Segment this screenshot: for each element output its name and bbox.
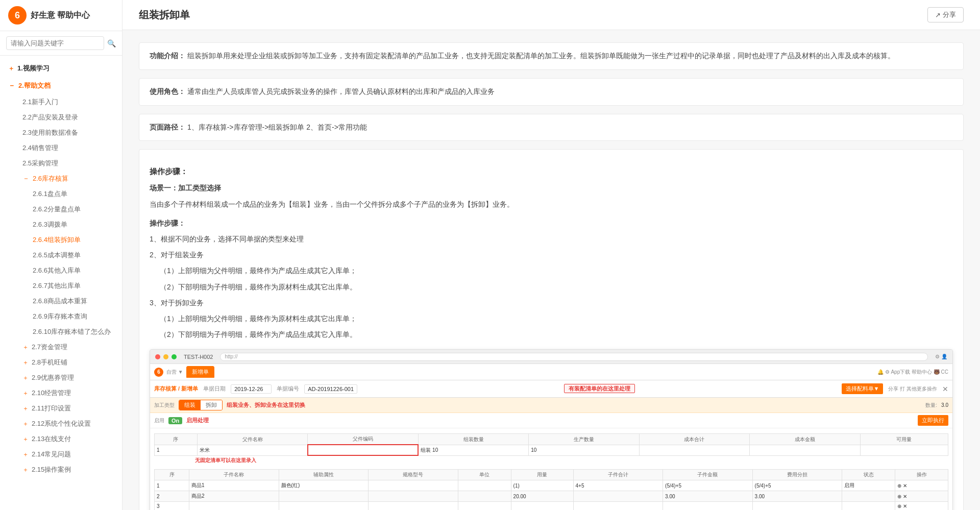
sidebar: 6 好生意 帮助中心 🔍 ＋ 1.视频学习 － 2.帮助文档 2.1新手入门 2… [0, 0, 122, 510]
nav-icons: ⚙ 👤 [935, 354, 947, 359]
doc-header: 库存核算 / 新增单 单据日期 2019-12-26 单据编号 AD-20191… [150, 380, 952, 398]
sub-col-fee: 费用分担 [752, 470, 842, 480]
sidebar-item-personalize[interactable]: ＋ 2.12系统个性化设置 [14, 416, 122, 431]
qty-label: 数量: [925, 402, 937, 409]
plus-icon2: ＋ [22, 343, 29, 352]
sidebar-item-faq[interactable]: ＋ 2.14常见问题 [14, 447, 122, 462]
url-bar: http:// [220, 353, 928, 361]
sidebar-item-otherin[interactable]: 2.6.6其他入库单 [24, 263, 122, 278]
scene1-title: 场景一：加工类型选择 [150, 182, 953, 195]
path-block: 页面路径： 1、库存核算->库存管理->组装拆卸单 2、首页->常用功能 [139, 114, 964, 141]
disassemble-tab[interactable]: 拆卸 [201, 400, 222, 410]
nav-lib: 自营 ▼ [166, 369, 183, 376]
sidebar-item-video[interactable]: ＋ 1.视频学习 [0, 60, 122, 77]
assemble-tab[interactable]: 组装 [179, 400, 201, 410]
intro-text: 功能介绍： 组装拆卸单用来处理企业组装或拆卸等加工业务，支持有固定装配清单的产品… [150, 50, 953, 62]
sidebar-item-otherout[interactable]: 2.6.7其他出库单 [24, 278, 122, 294]
sidebar-item-stockcheck[interactable]: 2.6.1盘点单 [24, 186, 122, 202]
sub-table-area: 序 子件名称 辅助属性 规格型号 单位 用量 子件合计 子件金额 费用分担 状态 [150, 469, 952, 510]
sidebar-item-dataprep[interactable]: 2.3使用前数据准备 [14, 125, 122, 140]
content-area: 功能介绍： 组装拆卸单用来处理企业组装或拆卸等加工业务，支持有固定装配清单的产品… [122, 30, 980, 510]
date-field[interactable]: 2019-12-26 [231, 384, 272, 394]
close-btn[interactable]: ✕ [942, 385, 948, 393]
sub-col-status: 状态 [842, 470, 895, 480]
sub-col-attr: 辅助属性 [279, 470, 369, 480]
screenshot-container: TEST-H002 http:// ⚙ 👤 6 自营 ▼ 新增单 🔔 ⚙ App… [150, 349, 953, 510]
nav-sub-inventory: 2.6.1盘点单 2.6.2分量盘点单 2.6.3调拨单 2.6.4组装拆卸单 … [14, 186, 122, 339]
doc-type: 库存核算 / 新增单 [154, 385, 198, 393]
sidebar-item-online[interactable]: ＋ 2.13在线支付 [14, 431, 122, 447]
search-input[interactable] [6, 36, 104, 50]
tab-inventory[interactable]: 新增单 [186, 366, 214, 378]
col-seq: 序 [155, 434, 198, 445]
on-badge[interactable]: On [168, 417, 182, 424]
sub-table: 序 子件名称 辅助属性 规格型号 单位 用量 子件合计 子件金额 费用分担 状态 [154, 469, 948, 510]
screenshot-bar: TEST-H002 http:// ⚙ 👤 [150, 350, 952, 364]
annotation2-label: 组装业务、拆卸业务在这里切换 [227, 401, 305, 409]
path-text: 页面路径： 1、库存核算->库存管理->组装拆卸单 2、首页->常用功能 [150, 122, 953, 134]
sub-col-name: 子件名称 [189, 470, 279, 480]
minimize-dot [163, 354, 168, 359]
plus-icon: ＋ [8, 64, 14, 73]
parent-code-field[interactable] [308, 445, 418, 455]
step3-2: （2）下部明细为子件明细，最终作为产成品生成其它入库单。 [160, 328, 953, 341]
plus-icon7: ＋ [22, 420, 29, 428]
sidebar-item-mobile[interactable]: ＋ 2.8手机旺铺 [14, 355, 122, 370]
doc-ops: 分享 打 其他更多操作 [888, 385, 937, 393]
sidebar-item-goodscost[interactable]: 2.6.8商品成本重算 [24, 294, 122, 309]
sidebar-item-inventory[interactable]: － 2.6库存核算 [14, 171, 122, 186]
select-bill-btn[interactable]: 选择配料单▼ [842, 383, 884, 394]
sub-col-subtotal: 子件合计 [573, 470, 663, 480]
plus-icon9: ＋ [22, 450, 29, 459]
steps-title: 操作步骤： [150, 217, 953, 230]
doc-date: 单据日期 [203, 385, 226, 393]
share-button[interactable]: ↗ 分享 [927, 7, 964, 22]
sidebar-item-ops[interactable]: ＋ 2.10经营管理 [14, 385, 122, 401]
main-header: 组装拆卸单 ↗ 分享 [122, 0, 980, 30]
docnum-field[interactable]: AD-20191226-001 [304, 384, 357, 394]
sidebar-item-helpdoc[interactable]: － 2.帮助文档 [0, 77, 122, 94]
app-nav: 6 自营 ▼ 新增单 🔔 ⚙ App下载 帮助中心 🐻 CC [150, 364, 952, 380]
sidebar-item-accounterr[interactable]: 2.6.10库存账本错了怎么办 [24, 324, 122, 339]
sidebar-item-sales[interactable]: 2.4销售管理 [14, 140, 122, 156]
role-text: 使用角色： 通常由生产人员或库管人员完成拆装业务的操作，库管人员确认原材料的出库… [150, 86, 953, 98]
execute-btn[interactable]: 立即执行 [918, 415, 948, 426]
sidebar-item-capital[interactable]: ＋ 2.7资金管理 [14, 339, 122, 355]
app-title: 好生意 帮助中心 [31, 10, 90, 21]
plus-icon6: ＋ [22, 404, 29, 413]
sub-col-amt: 子件金额 [663, 470, 753, 480]
sub-col-seq: 序 [155, 470, 189, 480]
intro-block: 功能介绍： 组装拆卸单用来处理企业组装或拆卸等加工业务，支持有固定装配清单的产品… [139, 42, 964, 70]
sub-col-qty: 用量 [511, 470, 573, 480]
sidebar-item-splitstock[interactable]: 2.6.2分量盘点单 [24, 202, 122, 217]
table-row: 1 米米 组装 10 10 [155, 445, 948, 455]
sub-table-row: 3 ⊕ ✕ [155, 502, 948, 510]
sidebar-item-adjust[interactable]: 2.6.3调拨单 [24, 217, 122, 232]
sidebar-item-costadj[interactable]: 2.6.5成本调整单 [24, 248, 122, 263]
close-dot [155, 354, 160, 359]
sidebar-item-newuser[interactable]: 2.1新手入门 [14, 94, 122, 110]
col-prod-qty: 生产数量 [529, 434, 639, 445]
col-cost-total: 成本合计 [639, 434, 749, 445]
sub-col-spec: 规格型号 [369, 470, 458, 480]
type-toggle: 组装 拆卸 [179, 400, 223, 410]
ss-top-icons: 🔔 ⚙ App下载 帮助中心 🐻 CC [877, 369, 948, 376]
search-box: 🔍 [0, 31, 122, 56]
sidebar-item-install[interactable]: 2.2产品安装及登录 [14, 110, 122, 125]
col-cost-amt: 成本金额 [750, 434, 860, 445]
col-avail: 可用量 [860, 434, 948, 445]
sidebar-item-print[interactable]: ＋ 2.11打印设置 [14, 401, 122, 416]
step3: 3、对于拆卸业务 [150, 297, 953, 309]
ops-heading: 操作步骤： [150, 167, 953, 177]
step1: 1、根据不同的业务，选择不同单据的类型来处理 [150, 233, 953, 246]
ops-block: 操作步骤： 场景一：加工类型选择 当由多个子件材料组装成一个成品的业务为【组装】… [139, 149, 964, 510]
search-icon[interactable]: 🔍 [107, 39, 116, 47]
sidebar-item-purchase[interactable]: 2.5采购管理 [14, 156, 122, 171]
sidebar-item-assemble[interactable]: 2.6.4组装拆卸单 [24, 232, 122, 248]
app-logo-small: 6 [154, 368, 163, 377]
share-icon: ↗ [935, 11, 941, 19]
sidebar-item-stockquery[interactable]: 2.6.9库存账本查询 [24, 309, 122, 324]
sidebar-item-cases[interactable]: ＋ 2.15操作案例 [14, 462, 122, 477]
sidebar-item-coupon[interactable]: ＋ 2.9优惠券管理 [14, 370, 122, 385]
col-parent-name: 父件名称 [197, 434, 307, 445]
